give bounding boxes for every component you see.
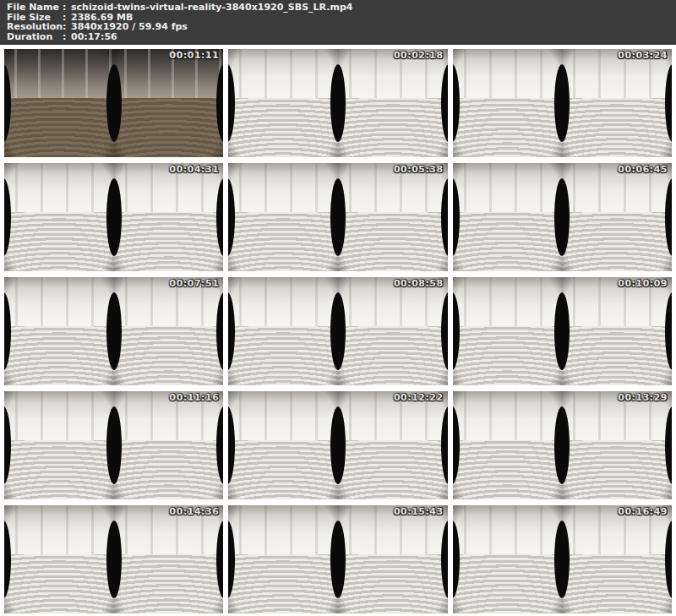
vr-right-eye-frame: [338, 163, 448, 271]
vr-right-eye-frame: [562, 277, 672, 385]
vr-left-eye-frame: [4, 277, 114, 385]
frame-timestamp: 00:02:18: [394, 50, 444, 61]
fisheye-vignette: [562, 391, 672, 499]
fisheye-vignette: [4, 49, 114, 157]
frame-timestamp: 00:11:16: [170, 392, 220, 403]
vr-right-eye-frame: [114, 163, 224, 271]
vr-left-eye-frame: [453, 163, 563, 271]
meta-separator: :: [63, 22, 71, 32]
frame-timestamp: 00:04:31: [170, 164, 220, 175]
video-thumbnail: 00:07:51: [4, 277, 223, 385]
frame-timestamp: 00:15:43: [394, 506, 444, 517]
frame-timestamp: 00:05:38: [394, 164, 444, 175]
metadata-header: File Name:schizoid-twins-virtual-reality…: [0, 0, 676, 45]
vr-right-eye-frame: [338, 391, 448, 499]
fisheye-vignette: [228, 505, 338, 613]
fisheye-vignette: [562, 277, 672, 385]
file-name-value: schizoid-twins-virtual-reality-3840x1920…: [71, 3, 352, 13]
fisheye-vignette: [114, 391, 224, 499]
vr-right-eye-frame: [114, 277, 224, 385]
meta-label: Duration: [7, 32, 63, 42]
video-thumbnail: 00:01:11: [4, 49, 223, 157]
meta-label: File Name: [7, 3, 63, 13]
duration-value: 00:17:56: [71, 32, 117, 42]
frame-timestamp: 00:01:11: [170, 50, 220, 61]
vr-right-eye-frame: [114, 505, 224, 613]
sbs-divider-lens: [330, 178, 346, 256]
fisheye-vignette: [453, 163, 563, 271]
resolution-value: 3840x1920 / 59.94 fps: [71, 22, 188, 32]
vr-right-eye-frame: [562, 163, 672, 271]
sbs-divider-lens: [106, 292, 122, 370]
video-thumbnail: 00:16:49: [453, 505, 672, 613]
frame-timestamp: 00:13:29: [618, 392, 668, 403]
vr-left-eye-frame: [453, 505, 563, 613]
meta-separator: :: [63, 32, 71, 42]
sbs-divider-lens: [554, 406, 570, 484]
vr-left-eye-frame: [453, 49, 563, 157]
fisheye-vignette: [338, 49, 448, 157]
vr-left-eye-frame: [228, 505, 338, 613]
fisheye-vignette: [4, 163, 114, 271]
sbs-divider-lens: [330, 406, 346, 484]
sbs-divider-lens: [554, 178, 570, 256]
fisheye-vignette: [453, 277, 563, 385]
fisheye-vignette: [4, 505, 114, 613]
sbs-divider-lens: [554, 521, 570, 598]
vr-right-eye-frame: [114, 49, 224, 157]
vr-right-eye-frame: [338, 49, 448, 157]
vr-left-eye-frame: [453, 391, 563, 499]
sbs-divider-lens: [106, 178, 122, 256]
frame-timestamp: 00:03:24: [618, 50, 668, 61]
fisheye-vignette: [338, 505, 448, 613]
fisheye-vignette: [338, 391, 448, 499]
vr-right-eye-frame: [562, 505, 672, 613]
fisheye-vignette: [114, 505, 224, 613]
fisheye-vignette: [453, 505, 563, 613]
frame-timestamp: 00:10:09: [618, 278, 668, 289]
video-thumbnail: 00:06:45: [453, 163, 672, 271]
vr-right-eye-frame: [338, 277, 448, 385]
vr-left-eye-frame: [228, 277, 338, 385]
video-thumbnail: 00:14:36: [4, 505, 223, 613]
vr-right-eye-frame: [562, 391, 672, 499]
meta-separator: :: [63, 3, 71, 13]
sbs-divider-lens: [106, 521, 122, 598]
fisheye-vignette: [114, 277, 224, 385]
fisheye-vignette: [453, 49, 563, 157]
fisheye-vignette: [562, 49, 672, 157]
meta-row-filename: File Name:schizoid-twins-virtual-reality…: [7, 3, 676, 13]
frame-timestamp: 00:14:36: [170, 506, 220, 517]
vr-left-eye-frame: [228, 49, 338, 157]
vr-left-eye-frame: [228, 391, 338, 499]
fisheye-vignette: [228, 163, 338, 271]
video-thumbnail: 00:03:24: [453, 49, 672, 157]
vr-right-eye-frame: [114, 391, 224, 499]
fisheye-vignette: [228, 277, 338, 385]
frame-timestamp: 00:16:49: [618, 506, 668, 517]
fisheye-vignette: [114, 163, 224, 271]
sbs-divider-lens: [554, 64, 570, 142]
sbs-divider-lens: [106, 406, 122, 484]
frame-timestamp: 00:07:51: [170, 278, 220, 289]
vr-right-eye-frame: [562, 49, 672, 157]
fisheye-vignette: [338, 277, 448, 385]
sbs-divider-lens: [330, 292, 346, 370]
fisheye-vignette: [562, 505, 672, 613]
thumbnail-grid: 00:01:11 00:02:18 00:03:: [0, 45, 676, 616]
video-thumbnail: 00:12:22: [228, 391, 447, 499]
fisheye-vignette: [4, 277, 114, 385]
sbs-divider-lens: [106, 64, 122, 142]
video-thumbnail: 00:08:58: [228, 277, 447, 385]
vr-left-eye-frame: [453, 277, 563, 385]
sbs-divider-lens: [330, 64, 346, 142]
meta-row-duration: Duration:00:17:56: [7, 32, 676, 42]
frame-timestamp: 00:08:58: [394, 278, 444, 289]
frame-timestamp: 00:12:22: [394, 392, 444, 403]
video-thumbnail: 00:13:29: [453, 391, 672, 499]
vr-left-eye-frame: [4, 49, 114, 157]
fisheye-vignette: [453, 391, 563, 499]
vr-left-eye-frame: [228, 163, 338, 271]
fisheye-vignette: [562, 163, 672, 271]
video-thumbnail: 00:05:38: [228, 163, 447, 271]
